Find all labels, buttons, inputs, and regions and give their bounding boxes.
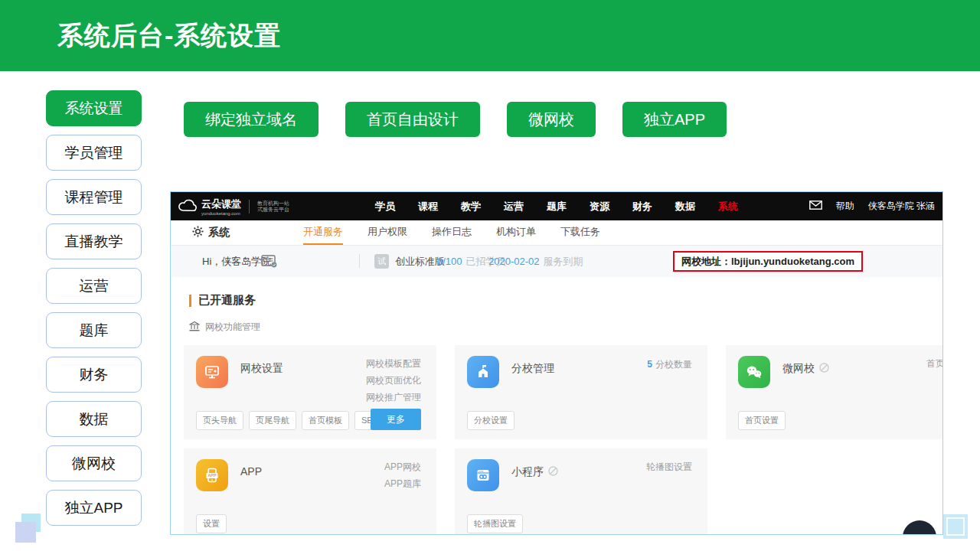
logo-divider [249,200,250,214]
tag-carousel-settings[interactable]: 轮播图设置 [467,514,523,533]
decor-square-inner [946,517,965,536]
sub-navbar: 系统 开通服务 用户权限 操作日志 机构订单 下载任务 [171,220,942,246]
card-title: 网校设置 [240,362,283,376]
sidebar-item-live-teaching[interactable]: 直播教学 [46,223,142,259]
link-app-question-bank[interactable]: APP题库 [384,475,421,492]
decor-square-violet [15,522,36,543]
card-wechat-school: 微网校 首页设置 首页设置 [726,345,943,439]
nav-item-students[interactable]: 学员 [375,200,395,214]
card-miniprogram: 小程序 轮播图设置 轮播图设置 [455,448,707,535]
account-infobar: Hi，侠客岛学院 试 创业标准版 0/100 已招学员 2020-02-02 服… [171,246,942,277]
group-title: 网校功能管理 [205,321,260,334]
tab-opened-services[interactable]: 开通服务 [303,220,343,245]
nav-item-courses[interactable]: 课程 [418,200,438,214]
card-branch-management: 分校管理 5分校数量 分校设置 [455,345,707,439]
logo[interactable]: 云朵课堂 yunduoketang.com 教育机构一站 式服务云平台 [171,197,289,216]
cloud-logo-icon [178,199,197,214]
card-tags: 首页设置 [738,411,786,430]
card-links: 首页设置 [926,355,943,372]
disabled-icon [548,466,558,478]
nav-item-system[interactable]: 系统 [718,200,738,214]
page-banner: 系统后台-系统设置 [0,0,980,71]
svg-text:APP: APP [207,473,216,478]
decor-square-bottom-right [943,514,968,539]
card-title: 分校管理 [511,362,554,376]
trial-badge: 试 [374,254,389,269]
help-link[interactable]: 帮助 [836,200,854,213]
card-links: APP网校 APP题库 [384,458,421,492]
tag-branch-settings[interactable]: 分校设置 [467,411,514,430]
homepage-design-button[interactable]: 首页自由设计 [345,102,480,137]
nav-item-resources[interactable]: 资源 [590,200,609,214]
section-header: 已开通服务 [189,293,942,308]
nav-item-data[interactable]: 数据 [675,200,695,214]
bind-domain-button[interactable]: 绑定独立域名 [184,102,318,137]
id-card-icon[interactable] [261,246,278,277]
link-app-school[interactable]: APP网校 [384,458,421,475]
card-links: 轮播图设置 [646,458,692,475]
nav-item-finance[interactable]: 财务 [632,200,652,214]
card-app: APP APP APP网校 APP题库 设置 [184,448,436,535]
service-expiry: 2020-02-02 服务到期 [488,246,583,277]
tag-home-template[interactable]: 首页模板 [302,411,349,430]
branch-count: 5分校数量 [647,358,692,371]
gear-icon [192,226,204,240]
section-accent-bar [189,295,191,307]
sidebar-item-question-bank[interactable]: 题库 [46,312,142,348]
tag-settings[interactable]: 设置 [196,514,227,533]
logo-domain: yunduoketang.com [201,211,241,216]
group-header: 网校功能管理 [189,321,942,334]
more-button[interactable]: 更多 [371,409,421,430]
nav-item-operations[interactable]: 运营 [504,200,524,214]
page-title: 系统后台-系统设置 [57,18,281,54]
link-template-config[interactable]: 网校模板配置 [366,355,421,372]
service-cards: 网校设置 网校模板配置 网校页面优化 网校推广管理 页头导航 页尾导航 首页模板… [184,345,942,535]
nav-right: 帮助 侠客岛学院 张涵 [809,200,942,213]
tag-footer-nav[interactable]: 页尾导航 [249,411,296,430]
school-url-highlight[interactable]: 网校地址：lbjijun.yunduoketang.com [673,251,863,272]
link-page-optimization[interactable]: 网校页面优化 [366,372,421,389]
tab-user-permissions[interactable]: 用户权限 [368,220,407,245]
tag-homepage-settings[interactable]: 首页设置 [738,411,786,430]
card-title: 微网校 [782,362,829,376]
sidebar-item-operations[interactable]: 运营 [46,268,142,304]
card-school-settings: 网校设置 网校模板配置 网校页面优化 网校推广管理 页头导航 页尾导航 首页模板… [184,345,436,439]
bank-icon [189,321,200,334]
account-name[interactable]: 侠客岛学院 张涵 [868,200,935,213]
section-title: 已开通服务 [198,293,256,308]
miniprogram-icon [467,459,499,491]
card-title: 小程序 [511,465,558,479]
sidebar-item-system-settings[interactable]: 系统设置 [46,90,142,126]
branch-management-icon [467,356,499,388]
sidebar-item-data[interactable]: 数据 [46,401,142,437]
card-links: 网校模板配置 网校页面优化 网校推广管理 [366,355,421,406]
sidebar-item-standalone-app[interactable]: 独立APP [46,490,142,526]
disabled-icon [819,363,829,375]
card-title: APP [240,465,262,478]
sidebar-item-wechat-school[interactable]: 微网校 [46,445,142,481]
link-promotion-management[interactable]: 网校推广管理 [366,389,421,406]
card-tags: 轮播图设置 [467,514,523,533]
tab-org-orders[interactable]: 机构订单 [496,220,536,245]
link-homepage-settings[interactable]: 首页设置 [926,355,943,372]
tab-download-tasks[interactable]: 下载任务 [560,220,600,245]
sidebar-item-course-management[interactable]: 课程管理 [46,179,142,215]
sidebar-item-student-management[interactable]: 学员管理 [46,135,142,171]
standalone-app-button[interactable]: 独立APP [622,102,727,137]
feature-buttons: 绑定独立域名 首页自由设计 微网校 独立APP [184,102,727,137]
tab-operation-logs[interactable]: 操作日志 [432,220,472,245]
link-carousel-settings[interactable]: 轮播图设置 [646,458,692,475]
nav-item-teaching[interactable]: 教学 [461,200,481,214]
nav-menu: 学员 课程 教学 运营 题库 资源 财务 数据 系统 [375,200,738,214]
tabs: 开通服务 用户权限 操作日志 机构订单 下载任务 [303,220,600,245]
app-icon: APP [196,459,228,491]
module-label: 系统 [192,220,230,245]
nav-item-question-bank[interactable]: 题库 [547,200,567,214]
wechat-school-button[interactable]: 微网校 [507,102,596,137]
sidebar-item-finance[interactable]: 财务 [46,357,142,393]
mail-icon[interactable] [809,201,822,212]
top-navbar: 云朵课堂 yunduoketang.com 教育机构一站 式服务云平台 学员 课… [171,192,942,220]
sidebar: 系统设置 学员管理 课程管理 直播教学 运营 题库 财务 数据 微网校 独立AP… [46,90,142,526]
infobar-divider [359,254,360,268]
tag-header-nav[interactable]: 页头导航 [196,411,243,430]
